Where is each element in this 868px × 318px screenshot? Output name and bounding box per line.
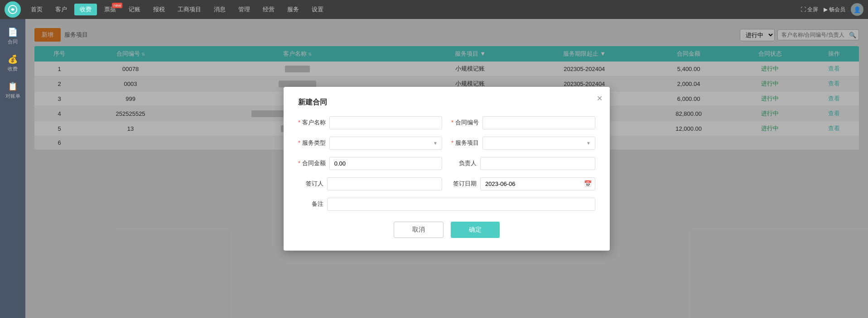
form-group-sign-date: 签订日期 📅 bbox=[451, 177, 595, 190]
contract-icon: 📄 bbox=[8, 27, 18, 37]
modal-footer: 取消 确定 bbox=[298, 222, 595, 238]
nav-经营[interactable]: 经营 bbox=[257, 4, 280, 15]
modal-close-button[interactable]: ✕ bbox=[597, 94, 603, 103]
sidebar-item-contract[interactable]: 📄 合同 bbox=[0, 24, 25, 49]
cancel-button[interactable]: 取消 bbox=[394, 222, 444, 238]
app-body: 📄 合同 💰 收费 📋 对账单 新增 服务项目 进行中 已完成 已取消 bbox=[0, 19, 868, 318]
vip-icon: ▶ bbox=[824, 6, 828, 13]
vip-label: 畅会员 bbox=[829, 6, 845, 14]
service-type-label: 服务类型 bbox=[298, 139, 326, 147]
service-type-select-wrap bbox=[329, 137, 442, 150]
nav-票据[interactable]: 票据 new bbox=[99, 4, 121, 15]
nav-消息[interactable]: 消息 bbox=[208, 4, 231, 15]
form-row-2: 服务类型 服务项目 bbox=[298, 137, 595, 150]
main-content: 新增 服务项目 进行中 已完成 已取消 🔍 序号 合同编号⇅ bbox=[25, 19, 868, 318]
fullscreen-button[interactable]: ⛶ 全屏 bbox=[800, 6, 818, 14]
form-group-customer-name: 客户名称 bbox=[298, 116, 442, 129]
form-row-1: 客户名称 合同编号 bbox=[298, 116, 595, 129]
amount-input[interactable] bbox=[329, 157, 442, 170]
fullscreen-icon: ⛶ bbox=[800, 6, 806, 13]
contract-no-input[interactable] bbox=[482, 116, 595, 129]
confirm-button[interactable]: 确定 bbox=[451, 222, 500, 238]
contract-no-label: 合同编号 bbox=[451, 119, 479, 127]
收费-icon: 💰 bbox=[8, 54, 18, 64]
remark-input[interactable] bbox=[327, 198, 595, 211]
nav-管理[interactable]: 管理 bbox=[233, 4, 256, 15]
nav-收费[interactable]: 收费 bbox=[74, 4, 97, 15]
signer-label: 签订人 bbox=[298, 180, 323, 188]
service-item-form-label: 服务项目 bbox=[451, 139, 479, 147]
top-navigation: 首页 客户 收费 票据 new 记账 报税 工商项目 消息 管理 经营 服务 设… bbox=[0, 0, 868, 19]
sidebar-item-收费[interactable]: 💰 收费 bbox=[0, 51, 25, 76]
sidebar-contract-label: 合同 bbox=[8, 38, 18, 45]
form-row-3: 合同金额 负责人 bbox=[298, 157, 595, 170]
nav-报税[interactable]: 报税 bbox=[148, 4, 170, 15]
app-logo bbox=[5, 1, 21, 18]
new-badge: new bbox=[112, 3, 122, 8]
customer-name-input[interactable] bbox=[329, 116, 442, 129]
form-group-amount: 合同金额 bbox=[298, 157, 442, 170]
modal-overlay: 新建合同 ✕ 客户名称 合同编号 服务类型 bbox=[25, 19, 868, 318]
sign-date-wrap: 📅 bbox=[480, 177, 595, 190]
service-item-select-wrap bbox=[482, 137, 595, 150]
customer-name-label: 客户名称 bbox=[298, 119, 326, 127]
service-type-select[interactable] bbox=[329, 137, 442, 150]
sign-date-input[interactable] bbox=[480, 177, 595, 190]
nav-记账[interactable]: 记账 bbox=[123, 4, 146, 15]
sidebar: 📄 合同 💰 收费 📋 对账单 bbox=[0, 19, 25, 318]
form-group-service-type: 服务类型 bbox=[298, 137, 442, 150]
vip-button[interactable]: ▶ 畅会员 bbox=[824, 6, 845, 14]
sidebar-对账单-label: 对账单 bbox=[5, 93, 20, 100]
avatar[interactable]: 👤 bbox=[851, 3, 863, 16]
new-contract-modal: 新建合同 ✕ 客户名称 合同编号 服务类型 bbox=[284, 87, 610, 251]
responsible-person-input[interactable] bbox=[480, 157, 595, 170]
form-group-service-item: 服务项目 bbox=[451, 137, 595, 150]
form-group-responsible: 负责人 bbox=[451, 157, 595, 170]
form-row-4: 签订人 签订日期 📅 bbox=[298, 177, 595, 190]
nav-服务[interactable]: 服务 bbox=[282, 4, 304, 15]
nav-customer[interactable]: 客户 bbox=[50, 4, 72, 15]
signer-input[interactable] bbox=[327, 177, 442, 190]
responsible-person-label: 负责人 bbox=[451, 159, 477, 167]
sidebar-收费-label: 收费 bbox=[8, 66, 18, 72]
sign-date-label: 签订日期 bbox=[451, 180, 477, 188]
fullscreen-label: 全屏 bbox=[807, 6, 818, 14]
remark-label: 备注 bbox=[298, 200, 323, 208]
nav-设置[interactable]: 设置 bbox=[306, 4, 329, 15]
amount-label: 合同金额 bbox=[298, 159, 326, 167]
form-row-5: 备注 bbox=[298, 198, 595, 211]
avatar-icon: 👤 bbox=[854, 6, 861, 13]
form-group-signer: 签订人 bbox=[298, 177, 442, 190]
nav-items: 首页 客户 收费 票据 new 记账 报税 工商项目 消息 管理 经营 服务 设… bbox=[25, 4, 800, 15]
nav-home[interactable]: 首页 bbox=[25, 4, 48, 15]
modal-title: 新建合同 bbox=[298, 98, 595, 107]
sidebar-item-对账单[interactable]: 📋 对账单 bbox=[0, 78, 25, 103]
对账单-icon: 📋 bbox=[8, 81, 18, 91]
service-item-select[interactable] bbox=[482, 137, 595, 150]
form-group-contract-no: 合同编号 bbox=[451, 116, 595, 129]
form-group-remark: 备注 bbox=[298, 198, 595, 211]
nav-right-actions: ⛶ 全屏 ▶ 畅会员 👤 bbox=[800, 3, 863, 16]
nav-工商项目[interactable]: 工商项目 bbox=[172, 4, 207, 15]
